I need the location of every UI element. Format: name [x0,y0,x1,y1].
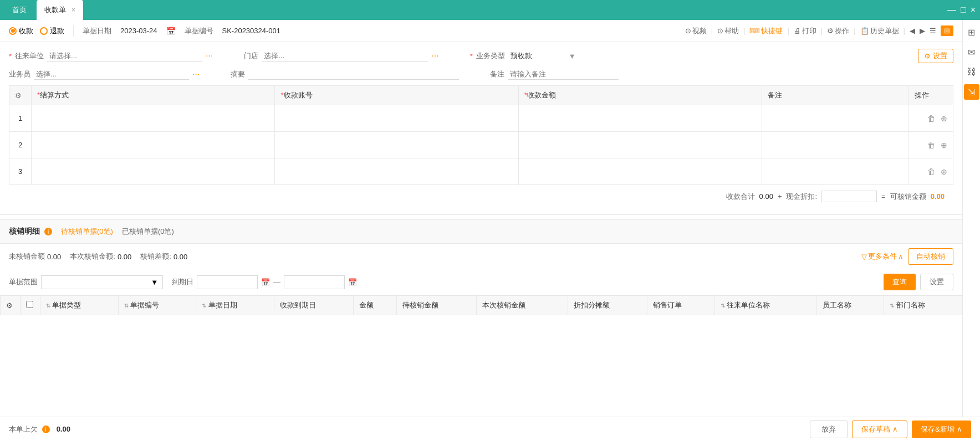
tab-collection[interactable]: 收款单 × [37,0,83,20]
limit-value: 0.00 [57,425,70,433]
main-toolbar: 收款 退款 单据日期 2023-03-24 📅 单据编号 SK-20230324… [0,20,962,42]
cal-to-icon[interactable]: 📅 [348,278,357,286]
help-action[interactable]: ⊙ 帮助 [717,26,739,36]
remark-input[interactable] [508,69,619,80]
close-window-icon[interactable]: × [971,5,976,15]
tab-home[interactable]: 首页 [4,0,34,20]
save-draft-button[interactable]: 保存草稿 ∧ [852,421,907,438]
diff-label: 核销差额: [140,252,171,261]
partner-input[interactable] [47,50,202,61]
store-ellipsis[interactable]: ··· [431,51,438,61]
cal-from-icon[interactable]: 📅 [261,278,270,286]
print-action[interactable]: 🖨 打印 [794,26,816,36]
minimize-icon[interactable]: — [947,5,956,15]
row-3-settlement[interactable] [32,158,275,185]
bottom-th-pending: 待核销金额 [397,296,476,315]
auto-verify-button[interactable]: 自动核销 [908,248,953,265]
save-draft-arrow-icon[interactable]: ∧ [892,425,898,433]
row-num-3: 3 [9,158,32,185]
stats-row: 未核销金额 0.00 本次核销金额: 0.00 核销差额: 0.00 ▽ 更多条… [0,244,962,269]
row-3-delete-icon[interactable]: 🗑 [927,167,935,176]
print-icon: 🖨 [794,27,801,35]
bottom-table-settings-icon[interactable]: ⚙ [6,301,13,310]
partner-ellipsis[interactable]: ··· [206,51,213,61]
row-2-settlement[interactable] [32,132,275,158]
settings-button[interactable]: ⚙ 设置 [918,49,953,63]
row-2-amount[interactable] [518,132,762,158]
staff-input[interactable] [34,69,189,80]
row-2-account[interactable] [275,132,518,158]
date-to-input[interactable]: 2022-04-12 [284,275,345,289]
history-action[interactable]: 📋 历史单据 [860,26,899,36]
verification-info-icon[interactable]: i [44,228,52,235]
settings-field: ⚙ 设置 [918,49,953,63]
done-tab[interactable]: 已核销单据(0笔) [122,227,174,237]
shortcut-icon: ⌨ [749,27,760,35]
list-view-icon[interactable]: ☰ [930,27,936,35]
partner-label: 往来单位 [15,51,44,61]
row-1-amount[interactable] [518,105,762,132]
summary-input[interactable] [248,69,459,80]
sidebar-table-icon[interactable]: ⊞ [964,24,979,40]
row-2-delete-icon[interactable]: 🗑 [927,141,935,150]
filter-settings-button[interactable]: 设置 [920,274,953,290]
sidebar-expand-icon[interactable]: ⇲ [964,84,979,100]
verification-header: 核销明细 i 待核销单据(0笔) 已核销单据(0笔) [0,219,962,244]
bottom-th-current: 本次核销金额 [476,296,568,315]
shortcut-action[interactable]: ⌨ 快捷键 [749,26,783,36]
discount-input[interactable] [821,191,877,202]
row-3-copy-icon[interactable]: ⊕ [941,167,947,176]
filter-row: 单据范围 ▼ 到期日 2022-04-01 📅 — 2022-04-12 📅 查… [0,269,962,295]
summary-row: 收款合计 0.00 + 现金折扣: = 可核销金额 0.00 [9,185,953,208]
bottom-th-dept: ⇅ 部门名称 [884,296,962,315]
query-button[interactable]: 查询 [884,274,916,290]
store-input[interactable] [262,50,428,61]
pending-tab[interactable]: 待核销单据(0笔) [61,227,113,237]
date-from-input[interactable]: 2022-04-01 [197,275,258,289]
tab-bar: 首页 收款单 × — □ × [0,0,980,20]
radio-refund[interactable]: 退款 [40,26,64,36]
bottom-th-checkbox [21,296,40,315]
table-row: 2 🗑 ⊕ [9,132,953,158]
save-new-arrow-icon[interactable]: ∧ [957,425,962,433]
more-conditions-btn[interactable]: ▽ 更多条件 ∧ [861,252,904,261]
row-3-amount[interactable] [518,158,762,185]
business-type-dropdown[interactable]: ▼ [569,52,576,60]
range-label: 单据范围 [9,277,38,287]
abandon-button[interactable]: 放弃 [810,421,848,438]
sidebar-mail-icon[interactable]: ✉ [964,44,979,60]
calendar-icon[interactable]: 📅 [166,27,176,35]
nav-left-icon[interactable]: ◀ [910,27,915,35]
row-2-remark[interactable] [762,132,909,158]
row-2-copy-icon[interactable]: ⊕ [941,141,947,150]
row-1-remark[interactable] [762,105,909,132]
footer-spacer [0,315,962,343]
row-1-copy-icon[interactable]: ⊕ [941,114,947,123]
partner-field: * 往来单位 ··· [9,50,213,61]
total-label: 收款合计 [726,192,755,202]
maximize-icon[interactable]: □ [961,5,966,15]
bottom-th-number: ⇅ 单据编号 [118,296,196,315]
radio-collect[interactable]: 收款 [9,26,33,36]
range-select[interactable]: ▼ [41,275,163,289]
staff-ellipsis[interactable]: ··· [192,69,200,79]
row-1-settlement[interactable] [32,105,275,132]
operation-action[interactable]: ⚙ 操作 [827,26,849,36]
grid-view-icon[interactable]: ⊞ [941,25,953,36]
bottom-th-partner: ⇅ 往来单位名称 [714,296,816,315]
limit-info-icon[interactable]: i [42,425,50,433]
row-1-delete-icon[interactable]: 🗑 [927,114,935,123]
business-type-required: * [470,52,473,60]
select-all-checkbox[interactable] [26,301,33,308]
table-settings-icon[interactable]: ⚙ [15,91,22,100]
row-3-account[interactable] [275,158,518,185]
tab-close-icon[interactable]: × [72,0,75,20]
sidebar-link-icon[interactable]: ⛓ [964,64,979,80]
th-operation: 操作 [909,86,953,105]
row-3-remark[interactable] [762,158,909,185]
row-1-account[interactable] [275,105,518,132]
save-new-button[interactable]: 保存&新增 ∧ [912,421,971,438]
number-value: SK-20230324-001 [222,27,281,35]
video-action[interactable]: ⊙ 视频 [685,26,707,36]
nav-right-icon[interactable]: ▶ [920,27,925,35]
